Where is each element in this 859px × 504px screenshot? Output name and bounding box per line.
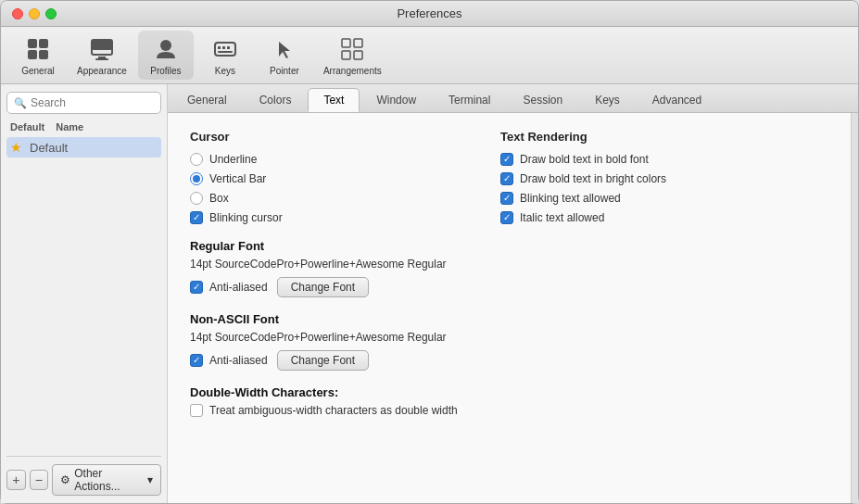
toolbar-general[interactable]: General <box>10 31 66 80</box>
tab-general[interactable]: General <box>171 88 243 112</box>
tab-terminal[interactable]: Terminal <box>433 88 506 112</box>
pointer-icon <box>270 34 299 64</box>
blinking-cursor-option[interactable]: Blinking cursor <box>190 211 463 224</box>
arrangements-icon <box>337 34 367 64</box>
gear-icon: ⚙ <box>60 473 70 486</box>
blinking-cursor-label: Blinking cursor <box>209 211 283 224</box>
tab-text[interactable]: Text <box>308 88 360 112</box>
regular-font-section: Regular Font 14pt SourceCodePro+Powerlin… <box>190 239 463 297</box>
content-columns: Cursor Underline Vertical Bar <box>190 130 828 423</box>
svg-rect-7 <box>95 58 108 60</box>
box-label: Box <box>209 192 229 205</box>
box-option[interactable]: Box <box>190 192 463 205</box>
italic-text-option[interactable]: Italic text allowed <box>500 211 828 224</box>
toolbar-profiles[interactable]: Profiles <box>138 31 194 80</box>
svg-rect-1 <box>39 39 48 48</box>
vertical-bar-label: Vertical Bar <box>209 172 266 185</box>
tab-session[interactable]: Session <box>507 88 578 112</box>
toolbar-pointer[interactable]: Pointer <box>257 31 312 80</box>
toolbar-pointer-label: Pointer <box>270 66 299 76</box>
tab-colors[interactable]: Colors <box>244 88 308 112</box>
list-item[interactable]: ★ Default <box>6 137 161 158</box>
double-width-section: Double-Width Characters: Treat ambiguous… <box>190 385 463 417</box>
text-rendering-section-title: Text Rendering <box>500 130 828 144</box>
blinking-cursor-checkbox[interactable] <box>190 211 203 224</box>
traffic-lights <box>12 8 57 19</box>
cursor-section-title: Cursor <box>190 130 463 144</box>
tab-keys[interactable]: Keys <box>579 88 636 112</box>
search-box[interactable]: 🔍 ✕ <box>6 92 161 114</box>
svg-rect-16 <box>342 51 350 59</box>
non-ascii-anti-aliased-checkbox[interactable] <box>190 354 203 367</box>
other-actions-label: Other Actions... <box>74 467 144 493</box>
toolbar-keys[interactable]: Keys <box>197 31 253 80</box>
preferences-window: Preferences General <box>0 0 859 504</box>
right-panel: General Colors Text Window Terminal Sess… <box>168 84 858 503</box>
vertical-bar-option[interactable]: Vertical Bar <box>190 172 463 185</box>
double-width-label: Treat ambiguous-width characters as doub… <box>209 404 458 417</box>
bold-bright-label: Draw bold text in bright colors <box>520 172 666 185</box>
add-profile-button[interactable]: + <box>6 470 26 490</box>
blinking-text-option[interactable]: Blinking text allowed <box>500 192 828 205</box>
vertical-bar-radio[interactable] <box>190 172 203 185</box>
svg-point-8 <box>160 40 171 51</box>
double-width-option[interactable]: Treat ambiguous-width characters as doub… <box>190 404 463 417</box>
cursor-column: Cursor Underline Vertical Bar <box>190 130 463 423</box>
non-ascii-anti-aliased-option[interactable]: Anti-aliased <box>190 354 268 367</box>
double-width-title: Double-Width Characters: <box>190 385 463 399</box>
sidebar: 🔍 ✕ Default Name ★ Default + − ⚙ Other A… <box>1 84 168 503</box>
keys-icon <box>210 34 240 64</box>
search-icon: 🔍 <box>14 97 27 109</box>
minimize-button[interactable] <box>29 8 40 19</box>
blinking-text-label: Blinking text allowed <box>520 192 621 205</box>
box-radio[interactable] <box>190 192 203 205</box>
non-ascii-change-font-button[interactable]: Change Font <box>277 350 369 371</box>
bold-bold-option[interactable]: Draw bold text in bold font <box>500 153 828 166</box>
non-ascii-anti-aliased-label: Anti-aliased <box>209 354 268 367</box>
regular-anti-aliased-checkbox[interactable] <box>190 281 203 294</box>
bold-bold-checkbox[interactable] <box>500 153 513 166</box>
toolbar-appearance[interactable]: Appearance <box>69 31 134 80</box>
appearance-icon <box>87 34 117 64</box>
svg-rect-11 <box>222 46 225 49</box>
toolbar-arrangements[interactable]: Arrangements <box>316 31 389 80</box>
scrollbar-track[interactable] <box>851 113 858 503</box>
name-column-header: Name <box>56 121 83 132</box>
main-content: 🔍 ✕ Default Name ★ Default + − ⚙ Other A… <box>1 84 858 503</box>
toolbar-keys-label: Keys <box>215 66 235 76</box>
svg-rect-10 <box>218 46 221 49</box>
content-area: Cursor Underline Vertical Bar <box>168 113 851 503</box>
italic-text-label: Italic text allowed <box>520 211 604 224</box>
general-icon <box>23 34 53 64</box>
tab-bar: General Colors Text Window Terminal Sess… <box>168 84 858 113</box>
regular-change-font-button[interactable]: Change Font <box>277 277 369 297</box>
bold-bright-checkbox[interactable] <box>500 172 513 185</box>
svg-rect-2 <box>28 50 37 59</box>
regular-font-controls: Anti-aliased Change Font <box>190 277 463 297</box>
profiles-icon <box>151 34 181 64</box>
toolbar-appearance-label: Appearance <box>77 66 127 76</box>
underline-option[interactable]: Underline <box>190 153 463 166</box>
regular-font-title: Regular Font <box>190 239 463 253</box>
svg-rect-9 <box>215 43 235 56</box>
tab-window[interactable]: Window <box>360 88 432 112</box>
bold-bright-option[interactable]: Draw bold text in bright colors <box>500 172 828 185</box>
italic-text-checkbox[interactable] <box>500 211 513 224</box>
window-title: Preferences <box>397 6 461 20</box>
regular-anti-aliased-option[interactable]: Anti-aliased <box>190 281 268 294</box>
regular-font-desc: 14pt SourceCodePro+Powerline+Awesome Reg… <box>190 258 463 271</box>
toolbar-general-label: General <box>21 66 55 76</box>
blinking-text-checkbox[interactable] <box>500 192 513 205</box>
search-input[interactable] <box>31 96 170 109</box>
svg-rect-6 <box>98 57 106 58</box>
svg-rect-17 <box>354 51 362 59</box>
double-width-checkbox[interactable] <box>190 404 203 417</box>
maximize-button[interactable] <box>45 8 57 19</box>
content-wrapper: Cursor Underline Vertical Bar <box>168 113 858 503</box>
sidebar-bottom-bar: + − ⚙ Other Actions... ▾ <box>6 456 161 496</box>
underline-radio[interactable] <box>190 153 203 166</box>
tab-advanced[interactable]: Advanced <box>637 88 717 112</box>
close-button[interactable] <box>12 8 23 19</box>
remove-profile-button[interactable]: − <box>30 470 49 490</box>
other-actions-button[interactable]: ⚙ Other Actions... ▾ <box>52 464 161 496</box>
